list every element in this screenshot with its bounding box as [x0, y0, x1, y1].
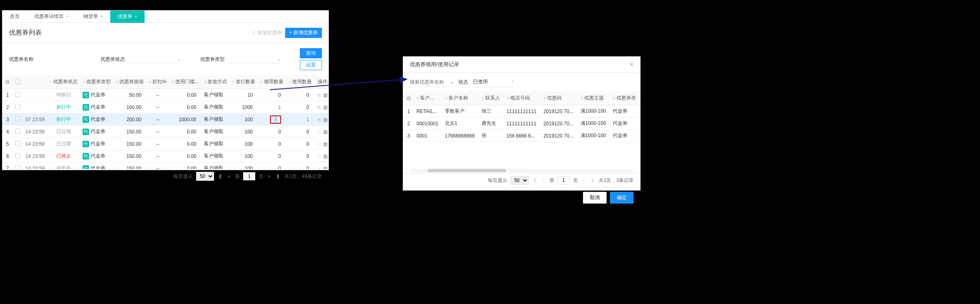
- add-coupon-button[interactable]: + 新增优惠券: [285, 28, 322, 38]
- col-header[interactable]: ⇅领用数量: [258, 75, 286, 89]
- sort-icon[interactable]: ⇅: [580, 97, 583, 100]
- col-header[interactable]: ⇅优惠券类型: [80, 75, 113, 89]
- qrcode-icon[interactable]: ▦: [323, 92, 328, 98]
- row-use[interactable]: 0: [286, 126, 314, 138]
- cancel-button[interactable]: 取消: [583, 192, 607, 204]
- filter-name-input[interactable]: [36, 55, 81, 64]
- filter-type-select[interactable]: ⌄: [227, 55, 280, 63]
- row-claim[interactable]: 0: [258, 138, 286, 150]
- col-header[interactable]: ⇅折扣%: [146, 75, 169, 89]
- col-header[interactable]: ⇅客户...: [414, 91, 442, 105]
- checkbox[interactable]: [15, 165, 20, 169]
- sort-icon[interactable]: ⇅: [172, 80, 174, 84]
- row-use[interactable]: 0: [286, 89, 314, 101]
- distribute-coupon-button[interactable]: ⇪ 发放优惠券: [252, 29, 282, 36]
- table-row[interactable]: 1RETAIL...零散客户张三111111111112019120 70...…: [403, 105, 640, 118]
- col-header[interactable]: ⇅发放方式: [201, 75, 230, 89]
- sort-icon[interactable]: ⇅: [149, 80, 152, 84]
- horizontal-scrollbar[interactable]: [410, 169, 634, 172]
- checkbox[interactable]: [15, 116, 20, 122]
- tab-优惠券[interactable]: 优惠券×: [110, 11, 145, 23]
- row-claim[interactable]: 3: [258, 113, 286, 126]
- per-page-select[interactable]: 50: [196, 172, 214, 181]
- pager-last-icon[interactable]: ⟫: [589, 178, 596, 183]
- col-header[interactable]: ⇅联系人: [479, 91, 504, 105]
- gear-icon[interactable]: ⚙: [5, 79, 10, 85]
- row-use[interactable]: 0: [286, 138, 314, 150]
- use-link[interactable]: 1: [306, 117, 309, 122]
- row-use[interactable]: 0: [286, 150, 314, 162]
- sort-icon[interactable]: ⇅: [507, 97, 509, 100]
- tab-首页[interactable]: 首页: [2, 11, 27, 23]
- pager-prev-icon[interactable]: ‹: [227, 173, 232, 179]
- col-header[interactable]: ⇅发行数量: [230, 75, 258, 89]
- close-icon[interactable]: ×: [135, 14, 137, 19]
- sort-icon[interactable]: ⇅: [204, 80, 207, 84]
- qrcode-icon[interactable]: ▦: [323, 141, 328, 147]
- settings-button[interactable]: 设置: [300, 60, 322, 70]
- sort-icon[interactable]: ⇅: [482, 97, 484, 100]
- pager-next-icon[interactable]: ›: [581, 178, 586, 183]
- checkbox[interactable]: [15, 92, 20, 97]
- qrcode-icon[interactable]: ▦: [323, 153, 328, 159]
- pager-first-icon[interactable]: ⟪: [532, 178, 538, 183]
- row-claim[interactable]: 0: [258, 89, 286, 101]
- share-icon[interactable]: ⎋: [318, 104, 321, 110]
- checkbox[interactable]: [15, 153, 20, 158]
- tab-优惠券详情页[interactable]: 优惠券详情页×: [27, 11, 76, 23]
- search-button[interactable]: 查询: [300, 48, 322, 58]
- claim-link[interactable]: 3: [270, 115, 281, 124]
- row-claim[interactable]: 0: [258, 162, 286, 169]
- row-use[interactable]: 0: [286, 162, 314, 169]
- confirm-button[interactable]: 确定: [610, 192, 634, 204]
- sort-icon[interactable]: ⇅: [116, 80, 118, 84]
- pager-prev-icon[interactable]: ‹: [541, 178, 546, 183]
- row-use[interactable]: 0: [286, 101, 314, 113]
- sort-icon[interactable]: ⇅: [232, 80, 235, 84]
- table-row[interactable]: 2执行中代代金券100.00--0.00客户领取100010⎋▦: [2, 101, 328, 113]
- per-page-select[interactable]: 50: [511, 176, 529, 185]
- sort-icon[interactable]: ⇅: [260, 80, 263, 84]
- row-claim[interactable]: 0: [258, 150, 286, 162]
- checkbox[interactable]: [15, 104, 20, 109]
- sort-icon[interactable]: ⇅: [543, 97, 546, 100]
- qrcode-icon[interactable]: ▦: [323, 166, 328, 169]
- checkbox-all[interactable]: [15, 79, 20, 84]
- col-header[interactable]: ⇅优惠主题: [578, 91, 610, 105]
- sort-icon[interactable]: ⇅: [416, 97, 419, 100]
- table-row[interactable]: 1待执行代代金券50.00--0.00客户领取1000⎋▦: [2, 89, 328, 101]
- col-header[interactable]: ⇅客户名称: [442, 91, 480, 105]
- search-icon[interactable]: ⌕: [451, 79, 453, 85]
- qrcode-icon[interactable]: ▦: [323, 129, 328, 135]
- row-claim[interactable]: 1: [258, 101, 286, 113]
- close-icon[interactable]: ×: [100, 14, 103, 19]
- close-icon[interactable]: ×: [630, 61, 634, 68]
- row-claim[interactable]: 0: [258, 126, 286, 138]
- checkbox[interactable]: [15, 141, 20, 146]
- col-header[interactable]: ⇅优惠券面值: [113, 75, 146, 89]
- filter-status-select[interactable]: ⌄: [127, 55, 181, 63]
- checkbox[interactable]: [15, 129, 20, 134]
- sort-icon[interactable]: ⇅: [288, 80, 291, 84]
- sort-icon[interactable]: ⇅: [613, 97, 616, 100]
- pager-last-icon[interactable]: ⟫: [275, 173, 281, 179]
- table-row[interactable]: 200010001北京1唐先生111111111112019120 70...满…: [403, 118, 640, 130]
- share-icon[interactable]: ⎋: [318, 117, 321, 122]
- qrcode-icon[interactable]: ▦: [323, 117, 328, 122]
- col-header[interactable]: ⇅电话号码: [504, 91, 541, 105]
- pager-next-icon[interactable]: ›: [267, 173, 272, 179]
- col-header[interactable]: 操作: [314, 75, 328, 89]
- table-row[interactable]: 3000117666666666张156 6666 6...2019120 70…: [403, 130, 640, 142]
- scrollbar-thumb[interactable]: [428, 169, 506, 172]
- row-use[interactable]: 1: [286, 113, 314, 126]
- col-header[interactable]: ⇅优惠码: [541, 91, 578, 105]
- sort-icon[interactable]: ⇅: [83, 80, 85, 84]
- modal-status-select[interactable]: 已使用 ⌄: [473, 77, 514, 87]
- tab-销货单[interactable]: 销货单×: [76, 11, 110, 23]
- col-header[interactable]: ⇅优惠券状态: [47, 75, 80, 89]
- page-input[interactable]: [558, 176, 570, 184]
- table-row[interactable]: 614 23:59已终止代代金券150.00--0.00客户领取10000⎋▦: [2, 150, 328, 162]
- col-header[interactable]: ⇅使用门槛...: [169, 75, 201, 89]
- page-input[interactable]: [243, 172, 255, 180]
- table-row[interactable]: 414 23:59已过期代代金券150.00--0.00客户领取10000⎋▦: [2, 126, 328, 138]
